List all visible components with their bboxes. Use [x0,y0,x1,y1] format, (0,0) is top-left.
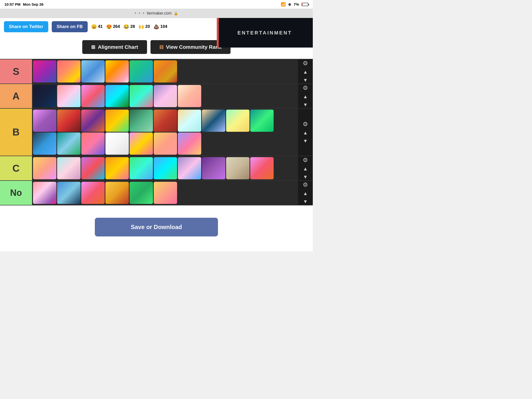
colored-grid-icon: ⊟ [159,44,164,50]
tier-row-s: S ⚙ ▲ ▼ [0,59,313,84]
up-arrow-b[interactable]: ▲ [302,130,308,136]
browser-dots: • • • [134,10,145,16]
list-item [154,157,177,179]
grinning-count: 41 [98,24,103,29]
list-item [57,110,81,132]
list-item [130,60,153,83]
gear-button-s[interactable]: ⚙ [302,59,309,67]
tier-list: S ⚙ ▲ ▼ A ⚙ [0,59,313,205]
laughing-emoji: 😂 [123,24,129,30]
wifi-icon: 📶 [281,2,286,7]
list-item [33,133,56,155]
list-item [33,157,56,179]
lock-icon: 🔒 [174,11,178,16]
list-item [81,110,105,132]
down-arrow-a[interactable]: ▼ [302,101,308,108]
reaction-poop: 💩 104 [153,24,167,30]
gear-button-b[interactable]: ⚙ [302,120,309,128]
list-item [130,85,153,107]
list-item [154,110,177,132]
up-arrow-s[interactable]: ▲ [302,69,308,75]
tier-controls-no: ⚙ ▲ ▼ [298,181,313,205]
list-item [202,157,225,179]
list-item [81,85,105,107]
down-arrow-c[interactable]: ▼ [302,174,308,180]
list-item [33,85,56,107]
up-arrow-c[interactable]: ▲ [302,166,308,172]
down-arrow-b[interactable]: ▼ [302,138,308,144]
list-item [105,85,129,107]
list-item [178,85,201,107]
tier-controls-c: ⚙ ▲ ▼ [298,156,313,180]
grinning-emoji: 😀 [91,24,97,30]
tier-label-a: A [0,84,32,108]
share-twitter-button[interactable]: Share on Twitter [4,21,48,32]
reaction-heart-eyes: 😍 264 [106,24,120,30]
save-download-button[interactable]: Save or Download [95,218,218,236]
list-item [250,110,274,132]
list-item [33,182,56,204]
time: 10:57 PM [4,2,20,6]
list-item [105,133,129,155]
up-arrow-a[interactable]: ▲ [302,93,308,100]
status-bar: 10:57 PM Mon Sep 26 📶 ⊕ 7% [0,0,313,9]
list-item [226,157,249,179]
share-fb-button[interactable]: Share on FB [52,21,88,32]
list-item [154,182,177,204]
up-arrow-no[interactable]: ▲ [302,190,308,197]
heart-eyes-count: 264 [113,24,120,29]
tier-row-c: C ⚙ ▲ ▼ [0,156,313,181]
list-item [105,157,129,179]
ad-text: ENTERTAINMENT [237,30,292,36]
list-item [81,133,105,155]
date: Mon Sep 26 [23,2,43,6]
community-rank-label: View Community Rank [166,44,222,50]
list-item [178,133,201,155]
tier-row-b: B ⚙ ▲ ▼ [0,109,313,156]
tier-controls-a: ⚙ ▲ ▼ [298,84,313,108]
list-item [81,157,105,179]
list-item [81,182,105,204]
list-item [33,110,56,132]
list-item [57,60,81,83]
gear-button-c[interactable]: ⚙ [302,156,309,164]
list-item [33,60,56,83]
hands-emoji: 🙌 [138,24,144,30]
tier-controls-b: ⚙ ▲ ▼ [298,109,313,156]
list-item [105,182,129,204]
tier-label-c: C [0,156,32,180]
tier-row-a: A ⚙ ▲ ▼ [0,84,313,109]
list-item [202,110,225,132]
gear-button-a[interactable]: ⚙ [302,84,309,92]
list-item [105,60,129,83]
tier-items-no [32,181,298,205]
battery-text: 7% [294,2,299,6]
save-section: Save or Download [0,205,313,251]
ad-banner: ENTERTAINMENT [217,18,313,48]
alignment-chart-tab[interactable]: ⊞ Alignment Chart [82,40,147,54]
grid-icon: ⊞ [91,44,95,50]
reaction-hands: 🙌 20 [138,24,150,30]
list-item [130,110,153,132]
down-arrow-no[interactable]: ▼ [302,198,308,205]
status-right: 📶 ⊕ 7% [281,2,308,7]
list-item [130,133,153,155]
list-item [57,85,81,107]
reaction-laughing: 😂 28 [123,24,135,30]
site-url: tiermaker.com [147,11,171,16]
tier-label-b: B [0,109,32,156]
gear-button-no[interactable]: ⚙ [302,181,309,189]
tier-items-c [32,156,298,180]
list-item [154,133,177,155]
header-area: Share on Twitter Share on FB 😀 41 😍 264 … [0,18,313,35]
down-arrow-s[interactable]: ▼ [302,77,308,83]
alignment-chart-label: Alignment Chart [98,44,138,50]
hands-count: 20 [145,24,150,29]
battery-icon [301,3,308,6]
tier-items-a [32,84,298,108]
list-item [57,133,81,155]
tier-items-b [32,109,298,156]
list-item [81,60,105,83]
list-item [130,157,153,179]
heart-eyes-emoji: 😍 [106,24,112,30]
